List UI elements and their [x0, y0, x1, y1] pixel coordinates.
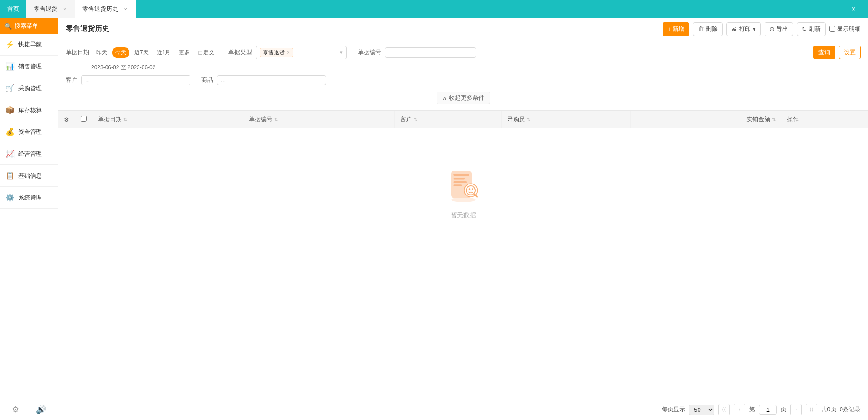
svg-rect-2 [453, 174, 469, 176]
th-amount-label: 实销金额 [746, 115, 770, 123]
product-input[interactable]: ... [217, 75, 326, 85]
sidebar-bottom: ⚙ 🔊 [0, 399, 58, 420]
sidebar-item-label: 系统管理 [18, 194, 42, 202]
doc-type-tag: 零售退货 × [260, 48, 293, 57]
tab-retail-return[interactable]: 零售退货 × [26, 0, 75, 18]
sidebar-search-label: 搜索菜单 [15, 22, 38, 30]
doc-date-sort-icon: ⇅ [123, 117, 127, 122]
svg-rect-5 [453, 184, 462, 186]
customer-label: 客户 [66, 76, 77, 84]
page-next-button[interactable]: ⟩ [790, 404, 802, 415]
customer-sort-icon: ⇅ [414, 117, 417, 122]
th-doc-date-label: 单据日期 [98, 115, 122, 123]
sidebar-item-inventory[interactable]: 📦 库存核算 [0, 99, 58, 121]
date-shortcuts: 昨天 今天 近7天 近1月 更多 自定义 [93, 47, 217, 58]
svg-point-9 [468, 188, 470, 190]
sidebar: 🔍 搜索菜单 ⚡ 快捷导航 📊 销售管理 🛒 采购管理 📦 库存核算 💰 资金管… [0, 18, 58, 420]
tab-retail-return-history-close[interactable]: × [123, 6, 128, 12]
delete-button[interactable]: 🗑 删除 [693, 22, 723, 36]
page-label: 第 [749, 405, 755, 414]
th-amount[interactable]: 实销金额 ⇅ [630, 111, 781, 128]
operations-mgmt-icon: 📈 [5, 149, 15, 158]
settings-bottom-icon[interactable]: ⚙ [12, 405, 19, 415]
settings-icon[interactable]: ⚙ [64, 116, 69, 123]
th-doc-no[interactable]: 单据编号 ⇅ [243, 111, 394, 128]
quick-nav-icon: ⚡ [5, 40, 15, 49]
select-all-checkbox[interactable] [81, 116, 87, 122]
page-prev-button[interactable]: ⟨ [734, 404, 745, 415]
print-button[interactable]: 🖨 打印 ▾ [726, 22, 761, 36]
svg-rect-4 [453, 181, 467, 183]
date-btn-yesterday[interactable]: 昨天 [93, 47, 110, 58]
sidebar-item-sales-mgmt[interactable]: 📊 销售管理 [0, 56, 58, 77]
refresh-button[interactable]: ↻ 刷新 [797, 22, 826, 36]
empty-state: 暂无数据 [58, 128, 868, 256]
display-detail-checkbox[interactable] [829, 26, 835, 32]
system-mgmt-icon: ⚙️ [5, 193, 15, 202]
doc-type-dropdown-icon: ▾ [340, 50, 343, 56]
th-customer[interactable]: 客户 ⇅ [394, 111, 501, 128]
sidebar-item-purchase-mgmt[interactable]: 🛒 采购管理 [0, 77, 58, 99]
print-icon: 🖨 [731, 26, 737, 32]
page-first-button[interactable]: ⟨⟨ [718, 404, 730, 415]
print-label: 打印 [739, 25, 751, 33]
new-button[interactable]: + 新增 [663, 22, 689, 36]
toolbar: + 新增 🗑 删除 🖨 打印 ▾ ⊙ 导出 ↻ 刷新 显示明细 [663, 22, 861, 36]
display-detail-toggle[interactable]: 显示明细 [829, 25, 861, 33]
date-btn-today[interactable]: 今天 [112, 47, 129, 58]
page-number-input[interactable] [759, 405, 777, 415]
sidebar-item-finance-mgmt[interactable]: 💰 资金管理 [0, 121, 58, 143]
sidebar-item-label: 基础信息 [18, 172, 42, 180]
collapse-button[interactable]: ∧ 收起更多条件 [437, 92, 490, 104]
main-content: 零售退货历史 + 新增 🗑 删除 🖨 打印 ▾ ⊙ 导出 ↻ 刷新 [58, 18, 868, 420]
sidebar-search[interactable]: 🔍 搜索菜单 [0, 18, 58, 34]
customer-filter: 客户 ... [66, 75, 190, 85]
th-guide-label: 导购员 [507, 115, 525, 123]
date-btn-last1m[interactable]: 近1月 [154, 47, 174, 58]
th-guide[interactable]: 导购员 ⇅ [501, 111, 630, 128]
sidebar-item-system-mgmt[interactable]: ⚙️ 系统管理 [0, 187, 58, 209]
main-layout: 🔍 搜索菜单 ⚡ 快捷导航 📊 销售管理 🛒 采购管理 📦 库存核算 💰 资金管… [0, 18, 868, 420]
search-icon: 🔍 [5, 23, 12, 30]
svg-point-0 [451, 197, 476, 202]
sidebar-item-operations-mgmt[interactable]: 📈 经营管理 [0, 143, 58, 165]
tab-retail-return-history-label: 零售退货历史 [82, 5, 118, 13]
doc-no-label: 单据编号 [358, 48, 381, 56]
page-last-button[interactable]: ⟩⟩ [806, 404, 817, 415]
tab-home-label: 首页 [7, 5, 19, 13]
doc-type-tag-text: 零售退货 [263, 49, 285, 56]
sidebar-item-basic-info[interactable]: 📋 基础信息 [0, 165, 58, 187]
doc-type-tag-container[interactable]: 零售退货 × ▾ [256, 46, 347, 59]
export-icon: ⊙ [770, 26, 775, 32]
collapse-up-icon: ∧ [442, 95, 447, 102]
customer-input[interactable]: ... [81, 75, 190, 85]
doc-type-tag-close[interactable]: × [287, 50, 289, 55]
settings-button[interactable]: 设置 [839, 46, 861, 59]
tab-home[interactable]: 首页 [0, 0, 26, 18]
tab-retail-return-close[interactable]: × [62, 6, 67, 12]
tab-retail-return-history[interactable]: 零售退货历史 × [75, 0, 136, 18]
page-suffix: 页 [781, 405, 786, 414]
window-close-button[interactable]: × [846, 2, 861, 16]
pagination: 每页显示 50 100 200 ⟨⟨ ⟨ 第 页 ⟩ ⟩⟩ 共0页, 0条记录 [58, 399, 868, 420]
date-btn-custom[interactable]: 自定义 [195, 47, 217, 58]
date-filter: 单据日期 昨天 今天 近7天 近1月 更多 自定义 [66, 47, 217, 58]
per-page-select[interactable]: 50 100 200 [689, 405, 714, 415]
query-button[interactable]: 查询 [813, 46, 835, 59]
finance-mgmt-icon: 💰 [5, 128, 15, 136]
svg-rect-3 [453, 178, 465, 180]
sidebar-item-label: 经营管理 [18, 150, 42, 158]
sidebar-item-quick-nav[interactable]: ⚡ 快捷导航 [0, 34, 58, 56]
top-bar: 首页 零售退货 × 零售退货历史 × × [0, 0, 868, 18]
export-button[interactable]: ⊙ 导出 [765, 22, 793, 36]
audio-bottom-icon[interactable]: 🔊 [36, 405, 46, 415]
th-doc-date[interactable]: 单据日期 ⇅ [92, 111, 243, 128]
print-chevron-icon: ▾ [753, 26, 756, 32]
data-table: ⚙ 单据日期 ⇅ 单据编号 [58, 111, 868, 128]
date-btn-more[interactable]: 更多 [175, 47, 193, 58]
doc-no-input[interactable] [385, 47, 476, 58]
th-settings[interactable]: ⚙ [58, 111, 75, 128]
empty-image [443, 165, 484, 206]
th-checkbox[interactable] [75, 111, 92, 128]
date-btn-last7[interactable]: 近7天 [131, 47, 152, 58]
